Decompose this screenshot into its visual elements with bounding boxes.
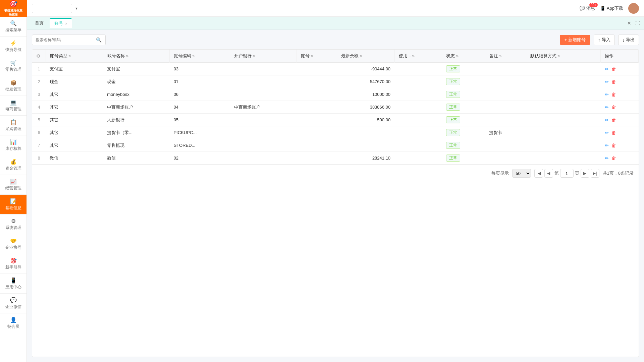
sidebar-item-inventory[interactable]: 📊库存核算 bbox=[0, 135, 26, 155]
row-type: 其它 bbox=[46, 114, 103, 126]
delete-button[interactable]: 🗑 bbox=[611, 105, 616, 110]
sidebar-item-ecommerce[interactable]: 💻电商管理 bbox=[0, 96, 26, 116]
table-row: 2 现金 现金 01 547670.00 正常 ✏ 🗑 bbox=[32, 75, 639, 88]
search-input[interactable] bbox=[36, 38, 96, 42]
sidebar-item-enterprise[interactable]: 🤝企业协同 bbox=[0, 234, 26, 254]
download-label: App下载 bbox=[607, 5, 623, 11]
operations-icon: 📈 bbox=[2, 178, 25, 185]
row-actions: ✏ 🗑 bbox=[601, 63, 639, 75]
tab-expand-button[interactable]: ⛶ bbox=[635, 20, 641, 26]
logo-icon: 🎯 bbox=[9, 0, 17, 8]
row-account bbox=[297, 75, 337, 88]
sidebar-label-system: 系统管理 bbox=[5, 225, 21, 230]
sidebar-item-appcenter[interactable]: 📱应用中心 bbox=[0, 274, 26, 294]
row-name: 中百商场账户 bbox=[103, 101, 169, 114]
export-button[interactable]: ↓ 导出 bbox=[618, 35, 639, 45]
delete-button[interactable]: 🗑 bbox=[611, 143, 616, 148]
header-dropdown[interactable]: ▾ bbox=[75, 6, 77, 11]
col-remark[interactable]: 备注⇅ bbox=[485, 50, 526, 63]
sort-name-icon: ⇅ bbox=[126, 54, 128, 58]
sidebar-item-shortcut[interactable]: ⚡快捷导航 bbox=[0, 37, 26, 56]
sidebar-item-purchase[interactable]: 📋采购管理 bbox=[0, 116, 26, 135]
delete-button[interactable]: 🗑 bbox=[611, 79, 616, 84]
sort-code-icon: ⇅ bbox=[192, 54, 195, 58]
message-badge: 99+ bbox=[589, 3, 598, 7]
first-page-button[interactable]: |◀ bbox=[534, 169, 543, 178]
tab-home[interactable]: 首页 bbox=[30, 18, 48, 28]
row-remark bbox=[485, 101, 526, 114]
sidebar-item-guide[interactable]: 🎯新手引导 bbox=[0, 254, 26, 274]
add-account-button[interactable]: + 新增账号 bbox=[560, 35, 590, 45]
row-type: 其它 bbox=[46, 101, 103, 114]
sidebar-item-search[interactable]: 🔍搜索菜单 bbox=[0, 17, 26, 37]
dropdown-arrow-icon: ▾ bbox=[75, 6, 77, 11]
sidebar-item-finance[interactable]: 💰资金管理 bbox=[0, 155, 26, 175]
sidebar-item-basic[interactable]: 📝基础信息 bbox=[0, 195, 26, 215]
table-row: 6 其它 提货卡（零... PICKUPC... 正常 提货卡 ✏ 🗑 bbox=[32, 126, 639, 139]
sidebar-item-wxenterprise[interactable]: 💬企业微信 bbox=[0, 294, 26, 313]
app-download-button[interactable]: 📱 App下载 bbox=[600, 5, 623, 11]
row-balance: 10000.00 bbox=[337, 88, 394, 101]
sidebar-label-basic: 基础信息 bbox=[5, 205, 21, 210]
delete-button[interactable]: 🗑 bbox=[611, 156, 616, 161]
col-settlement[interactable]: 默认结算方式⇅ bbox=[526, 50, 601, 63]
last-page-button[interactable]: ▶| bbox=[591, 169, 599, 178]
row-num: 2 bbox=[32, 75, 46, 88]
row-code: 04 bbox=[170, 101, 230, 114]
row-account bbox=[297, 152, 337, 165]
column-settings-icon[interactable]: ⚙ bbox=[36, 53, 41, 59]
col-status[interactable]: 状态⇅ bbox=[442, 50, 485, 63]
row-remark bbox=[485, 114, 526, 126]
edit-button[interactable]: ✏ bbox=[605, 130, 609, 135]
row-usage bbox=[394, 63, 442, 75]
delete-button[interactable]: 🗑 bbox=[611, 117, 616, 123]
status-badge: 正常 bbox=[446, 142, 460, 149]
tab-close-all-button[interactable]: ✕ bbox=[627, 20, 632, 26]
sidebar-item-retail[interactable]: 🛒零售管理 bbox=[0, 56, 26, 76]
user-avatar[interactable] bbox=[628, 3, 639, 14]
row-settlement bbox=[526, 88, 601, 101]
col-usage[interactable]: 使用...⇅ bbox=[394, 50, 442, 63]
col-name[interactable]: 账号名称⇅ bbox=[103, 50, 169, 63]
page-number-input[interactable] bbox=[560, 169, 574, 178]
col-code[interactable]: 账号编码⇅ bbox=[170, 50, 230, 63]
next-page-button[interactable]: ▶ bbox=[581, 169, 589, 178]
row-usage bbox=[394, 126, 442, 139]
edit-button[interactable]: ✏ bbox=[605, 66, 609, 72]
col-balance[interactable]: 最新余额⇅ bbox=[337, 50, 394, 63]
tab-home-label: 首页 bbox=[35, 20, 44, 26]
col-type[interactable]: 账号类型⇅ bbox=[46, 50, 103, 63]
sidebar-item-member[interactable]: 👤畅会员 bbox=[0, 313, 26, 333]
per-page-select[interactable]: 50 20 100 bbox=[512, 169, 531, 178]
tab-account-close[interactable]: × bbox=[65, 21, 67, 25]
delete-button[interactable]: 🗑 bbox=[611, 92, 616, 97]
message-button[interactable]: 💬 消息 99+ bbox=[580, 5, 595, 11]
delete-button[interactable]: 🗑 bbox=[611, 66, 616, 72]
col-settings[interactable]: ⚙ bbox=[32, 50, 46, 63]
sidebar-item-operations[interactable]: 📈经营管理 bbox=[0, 175, 26, 195]
import-button[interactable]: ↑ 导入 bbox=[594, 35, 615, 45]
edit-button[interactable]: ✏ bbox=[605, 105, 609, 110]
sidebar-item-system[interactable]: ⚙系统管理 bbox=[0, 215, 26, 234]
edit-button[interactable]: ✏ bbox=[605, 117, 609, 123]
add-account-label: + 新增账号 bbox=[565, 37, 586, 43]
header-search-input[interactable] bbox=[32, 4, 72, 13]
prev-page-button[interactable]: ◀ bbox=[544, 169, 553, 178]
edit-button[interactable]: ✏ bbox=[605, 79, 609, 84]
sort-status-icon: ⇅ bbox=[456, 54, 459, 58]
retail-icon: 🛒 bbox=[2, 60, 25, 66]
search-box: 🔍 bbox=[32, 35, 106, 45]
edit-button[interactable]: ✏ bbox=[605, 156, 609, 161]
col-account[interactable]: 账号⇅ bbox=[297, 50, 337, 63]
edit-button[interactable]: ✏ bbox=[605, 143, 609, 148]
wxenterprise-icon: 💬 bbox=[2, 297, 25, 303]
sidebar-item-wholesale[interactable]: 📦批发管理 bbox=[0, 76, 26, 96]
table-body: 1 支付宝 支付宝 03 -90444.00 正常 ✏ 🗑 2 现金 现金 01… bbox=[32, 63, 639, 165]
delete-button[interactable]: 🗑 bbox=[611, 130, 616, 135]
row-type: 现金 bbox=[46, 75, 103, 88]
edit-button[interactable]: ✏ bbox=[605, 92, 609, 97]
col-bank[interactable]: 开户银行⇅ bbox=[230, 50, 297, 63]
guide-icon: 🎯 bbox=[2, 257, 25, 264]
tab-account[interactable]: 账号 × bbox=[50, 18, 72, 28]
sort-type-icon: ⇅ bbox=[68, 54, 71, 58]
